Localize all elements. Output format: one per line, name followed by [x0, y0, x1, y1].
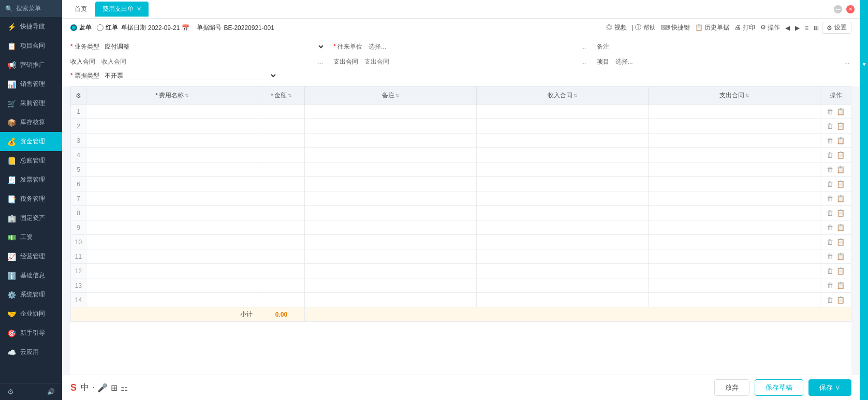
save-draft-button[interactable]: 保存草稿 [755, 379, 803, 396]
cell-income-contract-13[interactable] [477, 278, 649, 293]
cell-note-4[interactable] [305, 148, 477, 162]
business-type-select[interactable]: 应付调整 [102, 42, 325, 51]
delete-row-11[interactable]: 🗑 [827, 253, 833, 260]
delete-row-12[interactable]: 🗑 [827, 267, 833, 275]
radio-red[interactable]: 红单 [97, 23, 118, 32]
cell-income-contract-2[interactable] [477, 119, 649, 134]
close-button[interactable]: ✕ [846, 5, 855, 13]
delete-row-3[interactable]: 🗑 [827, 137, 833, 144]
cell-note-13[interactable] [305, 278, 477, 293]
copy-row-11[interactable]: 📋 [836, 253, 845, 260]
cell-amount-9[interactable] [258, 220, 305, 235]
nav-prev[interactable]: ◀ [785, 24, 790, 32]
action-history[interactable]: 📋 历史单据 [695, 23, 729, 32]
tab-home[interactable]: 首页 [67, 2, 94, 17]
sidebar-item-fixed-assets[interactable]: 🏢固定资产 [0, 209, 62, 228]
cell-amount-4[interactable] [258, 148, 305, 162]
cell-note-3[interactable] [305, 134, 477, 148]
cell-expense-contract-10[interactable] [649, 235, 820, 249]
cell-income-contract-11[interactable] [477, 249, 649, 264]
action-shortcuts[interactable]: ⌨ 快捷键 [661, 23, 690, 32]
copy-row-7[interactable]: 📋 [836, 195, 845, 202]
calendar-icon[interactable]: 📅 [182, 24, 189, 32]
sidebar-item-new-guide[interactable]: 🎯新手引导 [0, 323, 62, 343]
delete-row-1[interactable]: 🗑 [827, 108, 833, 115]
sort-amount[interactable]: ⇅ [288, 93, 292, 98]
cell-expense-name-10[interactable] [86, 235, 258, 249]
counterpart-input[interactable] [365, 41, 579, 52]
icon-grid[interactable]: ⚏ [121, 383, 128, 393]
icon-table[interactable]: ⊞ [111, 383, 117, 393]
cell-note-8[interactable] [305, 206, 477, 220]
cell-note-12[interactable] [305, 264, 477, 278]
copy-row-9[interactable]: 📋 [836, 224, 845, 231]
expense-contract-input[interactable] [361, 56, 579, 67]
cell-note-11[interactable] [305, 249, 477, 264]
sidebar-item-tax-mgmt[interactable]: 📑税务管理 [0, 189, 62, 209]
sort-expense-contract[interactable]: ⇅ [745, 93, 749, 98]
sidebar-item-inventory[interactable]: 📦库存核算 [0, 113, 62, 132]
project-input[interactable] [612, 56, 842, 67]
cell-amount-5[interactable] [258, 162, 305, 177]
delete-row-8[interactable]: 🗑 [827, 209, 833, 217]
delete-row-6[interactable]: 🗑 [827, 180, 833, 188]
th-settings[interactable]: ⚙ [71, 87, 86, 105]
cell-expense-contract-5[interactable] [649, 162, 820, 177]
cell-amount-11[interactable] [258, 249, 305, 264]
cell-expense-name-6[interactable] [86, 177, 258, 191]
cell-expense-contract-2[interactable] [649, 119, 820, 134]
cell-amount-6[interactable] [258, 177, 305, 191]
expense-contract-more[interactable]: ... [579, 58, 589, 65]
icon-mic[interactable]: 🎤 [97, 383, 108, 393]
counterpart-more-btn[interactable]: ... [579, 43, 589, 50]
cell-income-contract-3[interactable] [477, 134, 649, 148]
cell-amount-13[interactable] [258, 278, 305, 293]
copy-row-6[interactable]: 📋 [836, 180, 845, 188]
cell-income-contract-9[interactable] [477, 220, 649, 235]
date-value[interactable]: 2022-09-21 [148, 24, 180, 32]
delete-row-13[interactable]: 🗑 [827, 282, 833, 289]
cell-expense-name-5[interactable] [86, 162, 258, 177]
action-print[interactable]: 🖨 打印 [734, 23, 755, 32]
cell-amount-10[interactable] [258, 235, 305, 249]
delete-row-14[interactable]: 🗑 [827, 296, 833, 304]
cell-income-contract-5[interactable] [477, 162, 649, 177]
cell-note-9[interactable] [305, 220, 477, 235]
invoice-type-select-wrapper[interactable]: 不开票 [102, 71, 277, 80]
copy-row-3[interactable]: 📋 [836, 137, 845, 144]
cell-income-contract-14[interactable] [477, 293, 649, 307]
delete-row-9[interactable]: 🗑 [827, 224, 833, 231]
project-more[interactable]: ... [842, 58, 851, 65]
remark-input[interactable] [612, 41, 851, 52]
cell-expense-contract-8[interactable] [649, 206, 820, 220]
tab-close-icon[interactable]: ✕ [137, 6, 141, 12]
action-help[interactable]: | ⓘ 帮助 [632, 23, 656, 32]
cell-amount-7[interactable] [258, 191, 305, 206]
cell-expense-name-12[interactable] [86, 264, 258, 278]
delete-row-5[interactable]: 🗑 [827, 166, 833, 173]
sidebar-item-cloud-apps[interactable]: ☁️云应用 [0, 343, 62, 362]
income-contract-more[interactable]: ... [316, 58, 325, 65]
copy-row-4[interactable]: 📋 [836, 151, 845, 159]
cell-expense-name-2[interactable] [86, 119, 258, 134]
business-type-select-wrapper[interactable]: 应付调整 [102, 42, 325, 51]
sidebar-item-ledger-mgmt[interactable]: 📒总账管理 [0, 151, 62, 170]
cell-note-6[interactable] [305, 177, 477, 191]
sidebar-item-quick-nav[interactable]: ⚡快捷导航 [0, 17, 62, 36]
delete-row-7[interactable]: 🗑 [827, 195, 833, 202]
cell-expense-contract-1[interactable] [649, 105, 820, 119]
sidebar-item-project-contract[interactable]: 📋项目合同 [0, 36, 62, 55]
cell-income-contract-4[interactable] [477, 148, 649, 162]
cell-note-10[interactable] [305, 235, 477, 249]
cell-expense-name-13[interactable] [86, 278, 258, 293]
action-operations[interactable]: ⚙ 操作 [760, 23, 780, 32]
view-list[interactable]: ≡ [805, 24, 808, 32]
cell-income-contract-1[interactable] [477, 105, 649, 119]
cell-expense-name-1[interactable] [86, 105, 258, 119]
sidebar-item-salary[interactable]: 💵工资 [0, 228, 62, 247]
cell-expense-contract-12[interactable] [649, 264, 820, 278]
view-grid[interactable]: ⊞ [814, 24, 819, 32]
copy-row-14[interactable]: 📋 [836, 296, 845, 304]
cell-expense-contract-11[interactable] [649, 249, 820, 264]
copy-row-8[interactable]: 📋 [836, 209, 845, 217]
